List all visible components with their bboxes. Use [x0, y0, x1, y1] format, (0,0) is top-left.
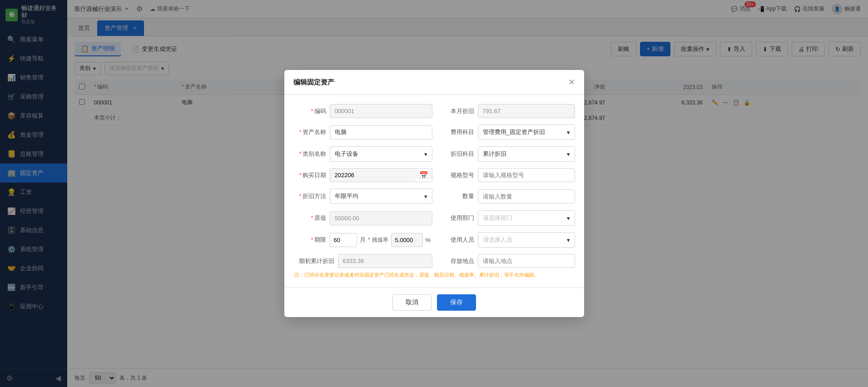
- select-arrow-icon: ▾: [567, 237, 570, 243]
- modal-footer: 取消 保存: [284, 288, 584, 317]
- field-location: 存放地点: [441, 254, 575, 268]
- modal-overlay: 编辑固定资产 ✕ *编码 本月折旧 *资产名称: [0, 0, 868, 387]
- edit-asset-modal: 编辑固定资产 ✕ *编码 本月折旧 *资产名称: [284, 70, 584, 317]
- select-arrow-icon: ▾: [567, 215, 570, 222]
- period-input[interactable]: [330, 233, 357, 247]
- quantity-input[interactable]: [478, 189, 575, 203]
- monthly-dep-input[interactable]: [478, 104, 575, 118]
- field-code: *编码: [293, 104, 432, 118]
- user-select[interactable]: 请选择人员 ▾: [478, 232, 575, 248]
- cancel-button[interactable]: 取消: [392, 294, 432, 311]
- initial-dep-input[interactable]: [338, 254, 432, 268]
- field-initial-dep: 期初累计折旧: [293, 254, 432, 268]
- field-asset-name: *资产名称: [293, 124, 432, 140]
- category-select[interactable]: 电子设备 ▾: [330, 146, 432, 162]
- department-select[interactable]: 请选择部门 ▾: [478, 210, 575, 226]
- dep-method-select[interactable]: 年限平均 ▾: [330, 189, 432, 204]
- modal-note: 注：已经存在变更记录或者对应固定资产已经生成凭证，原值、购买日期、残值率、累计折…: [293, 272, 575, 278]
- asset-name-input[interactable]: [330, 125, 432, 139]
- dep-subject-select[interactable]: 累计折旧 ▾: [478, 146, 575, 162]
- model-input[interactable]: [478, 168, 575, 182]
- period-inline: 月 * 残值率 %: [330, 233, 432, 247]
- field-purchase-date: *购买日期 📅: [293, 168, 432, 182]
- field-user: 使用人员 请选择人员 ▾: [441, 232, 575, 248]
- residual-rate-input[interactable]: [391, 233, 423, 247]
- form-grid: *编码 本月折旧 *资产名称 费用科目 管理费用_固定资产折旧: [293, 104, 575, 268]
- field-category: *类别名称 电子设备 ▾: [293, 146, 432, 162]
- field-period: *期限 月 * 残值率 %: [293, 232, 432, 248]
- modal-body: *编码 本月折旧 *资产名称 费用科目 管理费用_固定资产折旧: [284, 95, 584, 288]
- modal-close-button[interactable]: ✕: [568, 77, 575, 87]
- save-button[interactable]: 保存: [437, 294, 476, 311]
- field-dep-subject: 折旧科目 累计折旧 ▾: [441, 146, 575, 162]
- select-arrow-icon: ▾: [424, 193, 427, 200]
- modal-header: 编辑固定资产 ✕: [284, 70, 584, 95]
- field-quantity: 数量: [441, 189, 575, 204]
- field-monthly-dep: 本月折旧: [441, 104, 575, 118]
- location-input[interactable]: [478, 254, 575, 268]
- select-arrow-icon: ▾: [567, 151, 570, 158]
- select-arrow-icon: ▾: [567, 129, 570, 136]
- code-input[interactable]: [330, 104, 432, 118]
- field-expense-subject: 费用科目 管理费用_固定资产折旧 ▾: [441, 124, 575, 140]
- purchase-date-input-wrap: 📅: [330, 168, 432, 182]
- modal-title: 编辑固定资产: [293, 78, 334, 87]
- field-department: 使用部门 请选择部门 ▾: [441, 210, 575, 226]
- purchase-date-input[interactable]: [330, 169, 416, 182]
- select-arrow-icon: ▾: [424, 151, 427, 158]
- field-model: 规格型号: [441, 168, 575, 182]
- original-value-input[interactable]: [330, 211, 432, 225]
- calendar-icon[interactable]: 📅: [416, 171, 432, 179]
- expense-subject-select[interactable]: 管理费用_固定资产折旧 ▾: [478, 124, 575, 140]
- field-dep-method: *折旧方法 年限平均 ▾: [293, 189, 432, 204]
- field-original-value: *原值: [293, 210, 432, 226]
